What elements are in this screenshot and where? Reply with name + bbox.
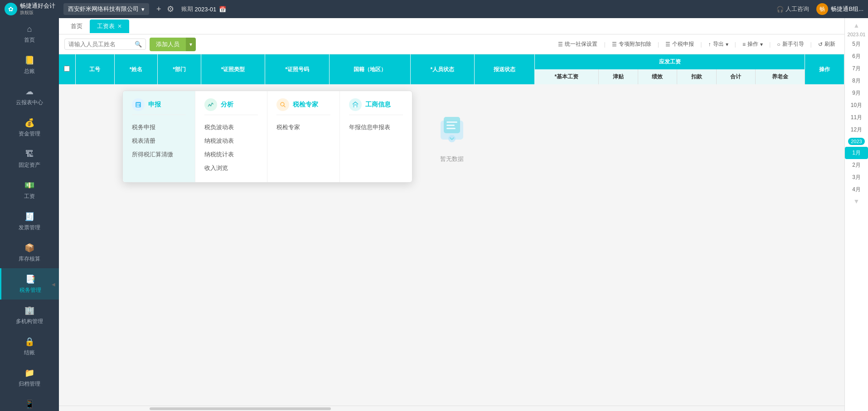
refresh-button[interactable]: ↺ 刷新: [815, 39, 839, 50]
timeline-month-7[interactable]: 7月: [845, 63, 868, 75]
content-area: 首页 工资表 ✕ 🔍 添加人员 ▾ ☰ 统一社保设置 |: [59, 18, 844, 411]
table-header-row-main: 工号 *姓名 *部门 *证照类型 *证照号码 国籍（地区） *人员状态 报送状态…: [59, 54, 844, 69]
timeline-month-10[interactable]: 10月: [845, 99, 868, 111]
customer-service-label: 人工咨询: [786, 5, 809, 13]
add-person-dropdown-button[interactable]: ▾: [186, 38, 196, 51]
sidebar-label-fund: 资金管理: [19, 130, 40, 138]
dropdown-header-shenb: 申报: [132, 98, 186, 115]
tax-return-button[interactable]: ☰ 个税申报: [662, 39, 698, 50]
th-id-num: *证照号码: [265, 54, 330, 84]
ledger-icon: 📒: [24, 55, 35, 66]
th-no: 工号: [75, 54, 114, 84]
th-dept: *部门: [158, 54, 201, 84]
dropdown-item-annual-report[interactable]: 年报信息申报表: [349, 121, 403, 134]
sidebar-label-ledger: 总账: [24, 68, 35, 75]
th-report-status: 报送状态: [475, 54, 535, 84]
tab-home-label: 首页: [71, 22, 82, 30]
dropdown-item-tax-change[interactable]: 纳税波动表: [204, 134, 258, 148]
customer-service-button[interactable]: 🎧 人工咨询: [776, 5, 809, 13]
fund-icon: 💰: [24, 117, 35, 128]
salary-table: 工号 *姓名 *部门 *证照类型 *证照号码 国籍（地区） *人员状态 报送状态…: [59, 54, 844, 84]
settings-button[interactable]: ⚙: [167, 4, 174, 14]
dropdown-item-income-browse[interactable]: 收入浏览: [204, 161, 258, 175]
timeline-month-3[interactable]: 3月: [845, 171, 868, 184]
dropdown-grid: 申报 税务申报 税表清册 所得税汇算清缴 分析: [123, 91, 412, 182]
th-performance: 绩效: [638, 69, 677, 84]
dropdown-item-tax-report[interactable]: 税务申报: [132, 121, 186, 134]
dropdown-item-taxcheck[interactable]: 税检专家: [276, 121, 330, 134]
refresh-label: 刷新: [824, 40, 835, 48]
sidebar-item-tax[interactable]: 📑 税务管理 ◀: [0, 268, 59, 300]
period-label: 账期: [181, 5, 193, 13]
timeline-month-12[interactable]: 12月: [845, 124, 868, 136]
sidebar-item-fixed-assets[interactable]: 🏗 固定资产: [0, 143, 59, 174]
company-selector[interactable]: 西安虾米网络科技有限公司 ▾: [63, 3, 149, 15]
add-person-button[interactable]: 添加人员: [150, 38, 186, 51]
sidebar-item-invoice[interactable]: 🧾 发票管理: [0, 206, 59, 237]
sidebar-item-inventory[interactable]: 📦 库存核算: [0, 237, 59, 268]
business-header-label: 工商信息: [365, 101, 391, 109]
sidebar-item-multi-org[interactable]: 🏢 多机构管理: [0, 300, 59, 331]
timeline-year-prev: 2023.01: [848, 31, 866, 38]
tab-salary[interactable]: 工资表 ✕: [90, 19, 129, 33]
tab-home[interactable]: 首页: [63, 19, 90, 33]
th-status: *人员状态: [410, 54, 475, 84]
th-salary-group: 应发工资: [534, 54, 805, 69]
dropdown-col-analysis: 分析 税负波动表 纳税波动表 纳税统计表 收入浏览: [195, 91, 268, 182]
scrollbar-thumb[interactable]: [150, 407, 331, 410]
timeline-month-4[interactable]: 4月: [845, 184, 868, 196]
sidebar-item-cloud-report[interactable]: ☁ 云报表中心: [0, 81, 59, 112]
dropdown-item-income-calc[interactable]: 所得税汇算清缴: [132, 148, 186, 161]
add-company-button[interactable]: +: [156, 5, 161, 14]
sidebar-item-home[interactable]: ⌂ 首页: [0, 18, 59, 49]
empty-text: 暂无数据: [440, 155, 464, 163]
archive-icon: 📁: [24, 367, 35, 378]
special-deduct-button[interactable]: ☰ 专项附加扣除: [608, 39, 655, 50]
timeline-current-year: 2023: [848, 138, 864, 145]
sidebar-item-archive[interactable]: 📁 归档管理: [0, 362, 59, 393]
timeline-month-2[interactable]: 2月: [845, 159, 868, 171]
logo-icon: ✿: [5, 3, 17, 15]
timeline-month-11[interactable]: 11月: [845, 111, 868, 124]
header-actions: + ⚙: [156, 4, 174, 14]
calendar-icon[interactable]: 📅: [219, 6, 226, 13]
sidebar-item-ledger[interactable]: 📒 总账: [0, 49, 59, 81]
new-guide-label: 新手引导: [782, 40, 804, 48]
operations-button[interactable]: ≡ 操作 ▾: [739, 39, 766, 50]
user-name: 畅捷通B组...: [831, 5, 863, 13]
social-settings-button[interactable]: ☰ 统一社保设置: [554, 39, 601, 50]
dropdown-header-analysis: 分析: [204, 98, 258, 115]
dropdown-item-tax-table[interactable]: 税表清册: [132, 134, 186, 148]
timeline-up-button[interactable]: ▲: [852, 20, 862, 31]
search-input[interactable]: [68, 41, 132, 48]
sidebar-item-closing[interactable]: 🔒 结账: [0, 331, 59, 362]
timeline-month-9[interactable]: 9月: [845, 87, 868, 99]
company-name: 西安虾米网络科技有限公司: [68, 5, 139, 13]
timeline-month-8[interactable]: 8月: [845, 75, 868, 87]
dropdown-item-tax-stats[interactable]: 纳税统计表: [204, 148, 258, 161]
export-button[interactable]: ↑ 导出 ▾: [705, 39, 732, 50]
select-all-checkbox[interactable]: [64, 66, 70, 72]
sidebar-item-salary[interactable]: 💵 工资: [0, 174, 59, 206]
sidebar-item-xiaochang[interactable]: 📱 小畅报销: [0, 393, 59, 411]
operations-arrow-icon: ▾: [760, 41, 763, 48]
refresh-icon: ↺: [818, 41, 823, 48]
new-guide-button[interactable]: ○ 新手引导: [773, 39, 807, 50]
sidebar-label-cloud: 云报表中心: [16, 99, 43, 106]
multi-org-icon: 🏢: [24, 305, 35, 316]
search-icon: 🔍: [135, 41, 142, 48]
sidebar-label-home: 首页: [24, 36, 35, 44]
analysis-header-label: 分析: [221, 101, 233, 109]
operations-icon: ≡: [742, 41, 746, 48]
sidebar-item-fund[interactable]: 💰 资金管理: [0, 112, 59, 143]
tab-close-icon[interactable]: ✕: [117, 23, 122, 29]
logo-area: ✿ 畅捷通好会计 旗舰版: [5, 2, 63, 16]
dropdown-item-tax-burden[interactable]: 税负波动表: [204, 121, 258, 134]
svg-rect-3: [446, 125, 455, 126]
timeline-down-button[interactable]: ▼: [852, 196, 862, 207]
timeline-month-5[interactable]: 5月: [845, 38, 868, 50]
timeline-month-1[interactable]: 1月: [845, 147, 868, 159]
timeline-month-6[interactable]: 6月: [845, 50, 868, 63]
user-info[interactable]: 畅 畅捷通B组...: [816, 3, 863, 15]
svg-rect-15: [354, 106, 356, 107]
